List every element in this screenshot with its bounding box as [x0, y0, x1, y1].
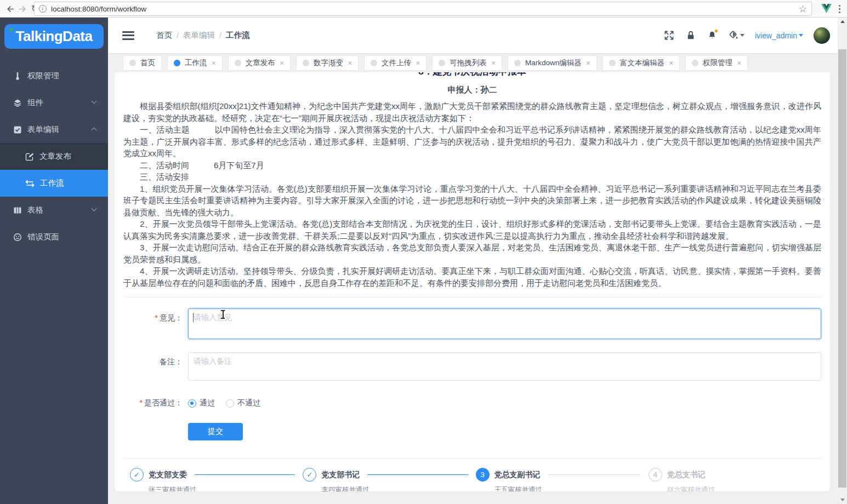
tab-close-icon[interactable]: ×: [348, 59, 352, 67]
tab-markdown-editor[interactable]: Markdown编辑器×: [508, 55, 597, 71]
tab-close-icon[interactable]: ×: [737, 59, 741, 67]
key-icon: [13, 72, 22, 81]
step-branch-secretary: ✓ 党支部书记 李四审核并通过: [303, 468, 475, 491]
tab-close-icon[interactable]: ×: [212, 59, 216, 67]
chevron-down-icon: [92, 206, 97, 211]
username: iview_admin: [755, 31, 797, 40]
browser-forward-icon[interactable]: [16, 2, 29, 15]
note-textarea[interactable]: [188, 352, 821, 381]
tab-home[interactable]: 首页: [123, 55, 162, 71]
article-body: 根据县委组织部(组织[20xx]21)文件通知精神，为纪念中国共产党建党xx周年…: [123, 100, 821, 289]
browser-menu-icon[interactable]: [835, 3, 844, 14]
tab-close-icon[interactable]: ×: [416, 59, 420, 67]
note-label: 备注：: [137, 352, 183, 367]
sidebar-item-tables[interactable]: 表格: [0, 197, 108, 224]
error-face-icon: [13, 233, 22, 242]
scrollbar-thumb[interactable]: [838, 49, 846, 488]
tab-workflow[interactable]: 工作流×: [167, 55, 223, 71]
step-deputy-secretary: 3 党总支副书记 王五审核并通过: [476, 468, 649, 491]
sidebar-item-permission[interactable]: 权限管理: [0, 62, 108, 89]
user-menu[interactable]: iview_admin: [755, 31, 803, 40]
browser-back-icon[interactable]: [3, 2, 16, 15]
article-paragraph: 2、开展一次党员领导干部带头上党课活动。各党(总)支部结合本支部情况，为庆祝党的…: [123, 218, 821, 242]
step-number: 4: [649, 468, 662, 482]
sidebar-submenu-form-edit: 文章发布 工作流: [0, 143, 108, 197]
tab-draggable-list[interactable]: 可拖拽列表×: [432, 55, 502, 71]
sidebar-item-label: 文章发布: [39, 151, 71, 162]
article-paragraph: 4、开展一次调研走访活动。坚持领导带头、分级负责，扎实开展好调研走访活动。要真正…: [123, 265, 821, 289]
article-paragraph: 三、活动安排: [123, 171, 821, 183]
sidebar-item-article-publish[interactable]: 文章发布: [0, 143, 108, 170]
opinion-row: *意见：: [123, 308, 821, 339]
bookmark-star-icon[interactable]: ☆: [799, 3, 807, 15]
content-area: 8：建党节庆祝活动申报单 申报人：孙二 根据县委组织部(组织[20xx]21)文…: [108, 72, 838, 504]
app-page: TalkingData 权限管理 组件 表单编辑: [0, 18, 847, 504]
workflow-card: 8：建党节庆祝活动申报单 申报人：孙二 根据县委组织部(组织[20xx]21)文…: [115, 72, 830, 491]
tab-count-to[interactable]: 数字渐变×: [296, 55, 359, 71]
approval-steps: ✓ 党支部支委 张三审核并通过 ✓ 党支部书记: [123, 468, 821, 491]
browser-scrollbar[interactable]: [838, 18, 847, 504]
sidebar-item-form-edit[interactable]: 表单编辑: [0, 116, 108, 143]
tab-permission[interactable]: 权限管理×: [685, 55, 748, 71]
sidebar-item-label: 表单编辑: [27, 124, 59, 135]
tab-dot-icon: [439, 60, 445, 66]
radio-fail[interactable]: 不通过: [226, 398, 260, 408]
tab-upload[interactable]: 文件上传×: [364, 55, 427, 71]
submit-button[interactable]: 提交: [188, 423, 243, 440]
breadcrumb-home[interactable]: 首页: [156, 30, 172, 41]
notifications-bell-icon[interactable]: [707, 30, 718, 41]
tab-close-icon[interactable]: ×: [669, 59, 673, 67]
chevron-down-icon: [92, 99, 97, 104]
breadcrumb: 首页 / 表单编辑 / 工作流: [156, 30, 250, 41]
url-text: localhost:8080/form/workflow: [51, 5, 799, 13]
radio-pass[interactable]: 通过: [188, 398, 215, 408]
main-area: 首页 / 表单编辑 / 工作流: [108, 18, 838, 504]
vue-devtools-extension-icon[interactable]: [821, 4, 832, 13]
page-info-icon[interactable]: i: [39, 5, 47, 13]
sidebar-menu: 权限管理 组件 表单编辑 文章发布: [0, 62, 108, 250]
logo-text: TalkingData: [16, 28, 93, 45]
user-avatar[interactable]: [814, 27, 830, 44]
article-title: 8：建党节庆祝活动申报单: [123, 72, 821, 78]
tab-close-icon[interactable]: ×: [491, 59, 496, 67]
article-title-clipped: 8：建党节庆祝活动申报单: [123, 72, 821, 79]
tab-close-icon[interactable]: ×: [586, 59, 590, 67]
tab-dot-icon: [303, 60, 309, 66]
required-marker: *: [155, 313, 158, 322]
scroll-up-icon[interactable]: [838, 18, 847, 26]
pass-radio-group: 通过 不通过: [188, 398, 260, 408]
sidebar: TalkingData 权限管理 组件 表单编辑: [0, 18, 108, 504]
required-marker: *: [140, 398, 143, 407]
tab-dot-icon: [371, 60, 377, 66]
notification-badge: [714, 29, 718, 33]
sidebar-item-error-pages[interactable]: 错误页面: [0, 224, 108, 250]
breadcrumb-form-edit[interactable]: 表单编辑: [183, 30, 215, 41]
note-control: [188, 352, 821, 381]
url-bar[interactable]: i localhost:8080/form/workflow ☆: [34, 2, 812, 16]
sidebar-item-label: 工作流: [40, 178, 64, 188]
sidebar-item-label: 权限管理: [27, 71, 59, 81]
tab-article-publish[interactable]: 文章发布×: [228, 55, 291, 71]
theme-switch-icon[interactable]: [728, 30, 744, 41]
approval-form: *意见： 备注：: [123, 308, 821, 440]
fullscreen-icon[interactable]: [664, 30, 675, 41]
tab-dot-icon: [129, 60, 136, 66]
sidebar-item-components[interactable]: 组件: [0, 89, 108, 116]
collapse-menu-icon[interactable]: [122, 29, 134, 42]
radio-dot-icon: [226, 399, 234, 408]
sidebar-item-label: 错误页面: [27, 232, 59, 242]
divider: [123, 297, 821, 297]
tab-dot-icon: [235, 60, 241, 66]
sidebar-item-workflow[interactable]: 工作流: [0, 170, 108, 197]
tab-close-icon[interactable]: ×: [280, 59, 284, 67]
pass-label: *是否通过：: [137, 398, 183, 408]
article-paragraph: 根据县委组织部(组织[20xx]21)文件通知精神，为纪念中国共产党建党xx周年…: [123, 100, 821, 124]
tab-dot-icon: [692, 60, 698, 66]
screenshot-root: ↻ i localhost:8080/form/workflow ☆ Talki…: [0, 0, 847, 504]
opinion-textarea[interactable]: [188, 308, 821, 339]
tab-richtext-editor[interactable]: 富文本编辑器×: [602, 55, 680, 71]
scroll-down-icon[interactable]: [838, 496, 847, 504]
lock-icon[interactable]: [685, 30, 696, 41]
article-paragraph: 一、活动主题 以中国特色社会主义理论为指导，深入贯彻落实党的十八大、十八届四中全…: [123, 124, 821, 159]
talkingdata-logo: TalkingData: [4, 24, 104, 49]
